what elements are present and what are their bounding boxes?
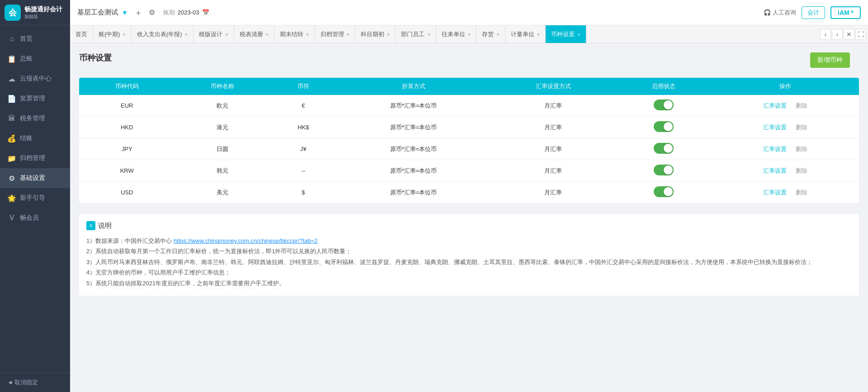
tab-税表清册[interactable]: 税表清册× — [234, 25, 274, 43]
sidebar-item-invoice[interactable]: 📄 发票管理 — [0, 89, 70, 109]
tab-close-all-button[interactable]: ✕ — [844, 29, 854, 40]
tab-科目期初[interactable]: 科目期初× — [355, 25, 396, 43]
toggle-track — [654, 165, 674, 175]
tab-next-button[interactable]: › — [832, 29, 843, 40]
tab-label: 币种设置 — [551, 30, 575, 38]
tab-期末结转[interactable]: 期末结转× — [274, 25, 315, 43]
tab-label: 计量单位 — [511, 30, 534, 38]
sidebar-item-ledger[interactable]: 📋 总账 — [0, 49, 70, 69]
currency-code: EUR — [79, 95, 175, 117]
tab-账(中期)[interactable]: 账(中期)× — [93, 25, 132, 43]
enable-toggle[interactable] — [654, 99, 674, 110]
tab-close-icon[interactable]: × — [266, 32, 269, 37]
delete-link[interactable]: 删除 — [796, 102, 807, 109]
external-link[interactable]: https://www.chinamoney.com.cn/chinese/bk… — [174, 237, 318, 244]
rate-settings-link[interactable]: 汇率设置 — [763, 189, 787, 196]
rate-settings-link[interactable]: 汇率设置 — [763, 167, 787, 174]
table-row: HKD港元HK$原币*汇率=本位币月汇率 汇率设置 删除 — [79, 117, 859, 138]
sidebar-item-member[interactable]: V 畅会员 — [0, 208, 70, 228]
archive-icon: 📁 — [7, 154, 16, 163]
sidebar-item-report[interactable]: ☁ 云报表中心 — [0, 69, 70, 89]
sidebar-item-guide[interactable]: 🌟 新手引导 — [0, 188, 70, 208]
tab-收入支出表(年报)[interactable]: 收入支出表(年报)× — [132, 25, 193, 43]
tab-close-icon[interactable]: × — [496, 32, 499, 37]
calc-method: 原币*汇率=本位币 — [336, 182, 491, 203]
customer-service-button[interactable]: 🎧 人工咨询 — [764, 9, 796, 17]
delete-link[interactable]: 删除 — [796, 146, 807, 152]
action-cell: 汇率设置 删除 — [712, 182, 859, 203]
rate-settings-link[interactable]: 汇率设置 — [763, 124, 787, 131]
delete-link[interactable]: 删除 — [796, 167, 807, 174]
currency-symbol: J¥ — [270, 138, 336, 160]
sidebar-item-settle[interactable]: 💰 结账 — [0, 128, 70, 148]
company-dropdown-icon[interactable]: ▼ — [122, 9, 128, 16]
col-币种代码: 币种代码 — [79, 78, 175, 95]
tab-close-icon[interactable]: × — [306, 32, 309, 37]
table-body: EUR欧元€原币*汇率=本位币月汇率 汇率设置 删除 HKD港元HK$原币*汇率… — [79, 95, 859, 203]
col-汇率设置方式: 汇率设置方式 — [491, 78, 616, 95]
enable-toggle[interactable] — [654, 121, 674, 132]
tab-首页[interactable]: 首页 — [70, 25, 93, 43]
tab-label: 往来单位 — [442, 30, 465, 38]
tab-存货[interactable]: 存货× — [476, 25, 505, 43]
currency-symbol: $ — [270, 182, 336, 203]
tab-close-icon[interactable]: × — [427, 32, 430, 37]
tab-部门员工[interactable]: 部门员工× — [396, 25, 436, 43]
tab-close-icon[interactable]: × — [387, 32, 390, 37]
sidebar-item-label: 结账 — [20, 134, 33, 142]
currency-code: HKD — [79, 117, 175, 138]
company-name: 基层工会测试 — [77, 8, 118, 17]
tab-归档管理[interactable]: 归档管理× — [315, 25, 355, 43]
sidebar-item-archive[interactable]: 📁 归档管理 — [0, 148, 70, 168]
settings-icon[interactable]: ⚙ — [149, 8, 155, 17]
table-header-row: 币种代码币种名称币符折算方式汇率设置方式启用状态操作 — [79, 78, 859, 95]
sidebar-item-label: 基础设置 — [20, 174, 45, 182]
tabbar: 首页账(中期)×收入支出表(年报)×模版设计×税表清册×期末结转×归档管理×科目… — [70, 25, 868, 43]
delete-link[interactable]: 删除 — [796, 189, 807, 196]
tab-close-icon[interactable]: × — [185, 32, 188, 37]
new-currency-button[interactable]: 新增币种 — [810, 52, 850, 68]
rate-method: 月汇率 — [491, 95, 616, 117]
toggle-track — [654, 143, 674, 154]
tab-close-icon[interactable]: × — [225, 32, 228, 37]
tab-fullscreen-button[interactable]: ⛶ — [855, 29, 866, 40]
sidebar-item-settings[interactable]: ⚙ 基础设置 — [0, 168, 70, 188]
tab-label: 归档管理 — [321, 30, 344, 38]
calc-method: 原币*汇率=本位币 — [336, 160, 491, 182]
sidebar-item-home[interactable]: ⌂ 首页 — [0, 29, 70, 49]
currency-code: KRW — [79, 160, 175, 182]
tab-币种设置[interactable]: 币种设置× — [546, 25, 586, 43]
currency-symbol: € — [270, 95, 336, 117]
account-button[interactable]: 会计 — [802, 6, 825, 19]
tab-close-icon[interactable]: × — [577, 32, 580, 37]
tab-label: 税表清册 — [240, 30, 263, 38]
enable-toggle[interactable] — [654, 165, 674, 175]
rate-settings-link[interactable]: 汇率设置 — [763, 102, 787, 109]
enable-toggle[interactable] — [654, 143, 674, 154]
col-币符: 币符 — [270, 78, 336, 95]
tab-close-icon[interactable]: × — [468, 32, 471, 37]
sidebar-item-tax[interactable]: 🏛 税务管理 — [0, 109, 70, 128]
enable-toggle[interactable] — [654, 186, 674, 197]
tab-close-icon[interactable]: × — [537, 32, 540, 37]
rate-settings-link[interactable]: 汇率设置 — [763, 146, 787, 152]
col-折算方式: 折算方式 — [336, 78, 491, 95]
iamstar-button[interactable]: iAM * — [830, 6, 861, 19]
period-value[interactable]: 2023-03 — [178, 9, 199, 16]
calendar-icon[interactable]: 📅 — [202, 9, 209, 16]
action-cell: 汇率设置 删除 — [712, 138, 859, 160]
tab-label: 首页 — [75, 30, 87, 38]
settle-icon: 💰 — [7, 134, 16, 143]
table-row: KRW韩元--原币*汇率=本位币月汇率 汇率设置 删除 — [79, 160, 859, 182]
delete-link[interactable]: 删除 — [796, 124, 807, 131]
tab-prev-button[interactable]: ‹ — [820, 29, 831, 40]
calc-method: 原币*汇率=本位币 — [336, 95, 491, 117]
tab-往来单位[interactable]: 往来单位× — [436, 25, 476, 43]
tab-模版设计[interactable]: 模版设计× — [193, 25, 234, 43]
tab-close-icon[interactable]: × — [347, 32, 349, 37]
tab-close-icon[interactable]: × — [123, 32, 126, 37]
sidebar-pin-toggle[interactable]: ◄ 取消固定 — [0, 373, 70, 392]
sidebar-item-label: 首页 — [20, 35, 33, 43]
add-company-button[interactable]: ＋ — [132, 6, 145, 19]
tab-计量单位[interactable]: 计量单位× — [505, 25, 546, 43]
